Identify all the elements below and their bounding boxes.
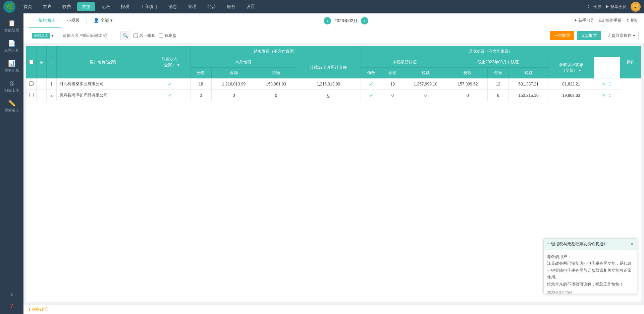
row-fetch-status: ✓ — [149, 78, 191, 90]
arrow-right-icon: › — [364, 18, 365, 23]
row-uncert-count: 6 — [488, 90, 509, 101]
tax-policy-label[interactable]: 税务政策 — [32, 307, 48, 312]
tab-general-taxpayer-label: 一般纳税人 — [34, 17, 56, 23]
checkbox-down-account[interactable]: 名下账套 — [133, 33, 155, 39]
certify-status-filter-icon[interactable]: ▾ — [579, 68, 581, 73]
new-guide-button[interactable]: ✦ 新手引导 — [574, 18, 594, 23]
sidebar-item-scan-upload[interactable]: 🖨 扫描上传 — [1, 77, 22, 96]
chevron-down-icon: ▾ — [110, 18, 113, 23]
notification-content: 尊敬的用户： 江苏政务网已恢复访问电子税务局功能，易代账一键登陆电子税务局与无盘… — [547, 253, 634, 288]
row-certify-status: ✓ — [361, 90, 382, 101]
sidebar-item-invoice-open[interactable]: 📄 发票开具 — [1, 37, 22, 56]
row-detail-button[interactable]: 🗒 — [608, 93, 612, 98]
month-nav: ‹ 2023年02月 › — [324, 17, 368, 24]
invoice-open-icon: 📄 — [8, 40, 15, 47]
nav-management[interactable]: 管理 — [183, 2, 201, 11]
download-icon: ⬇ — [10, 293, 13, 297]
top-nav: 🌿 首页 客户 收费 票据 记账 报税 工商项目 消息 管理 经营 服务 设置 … — [0, 0, 644, 13]
nav-message[interactable]: 消息 — [164, 2, 182, 11]
tab-all[interactable]: 👤 全能 ▾ — [88, 13, 118, 28]
row-actions: ✎ 🗒 — [594, 78, 620, 90]
th-fetch-status: 取票状态（全部） ▾ — [149, 46, 191, 78]
row-index: 2 — [47, 90, 57, 101]
fetch-status-filter-icon[interactable]: ▾ — [177, 63, 179, 67]
nav-bookkeeping[interactable]: 记账 — [97, 2, 115, 11]
row-count: 18 — [190, 78, 211, 90]
sidebar-item-invoice-entry-label: 票据录入 — [4, 108, 19, 113]
notification-header: 一键报税与无盘取票功能恢复通知 ✕ — [544, 239, 637, 250]
nav-tax[interactable]: 报税 — [116, 2, 134, 11]
notification-scroll[interactable]: 尊敬的用户： 江苏政务网已恢复访问电子税务局功能，易代账一键登陆电子税务局与无盘… — [544, 250, 637, 294]
prev-month-button[interactable]: ‹ — [324, 17, 331, 24]
nav-business[interactable]: 工商项目 — [136, 2, 162, 11]
tab-small-scale[interactable]: 小规模 — [61, 13, 85, 28]
vip-button[interactable]: ▶ 畅享会员 — [605, 4, 627, 10]
nav-operation[interactable]: 经营 — [203, 2, 221, 11]
row-edit-button[interactable]: ✎ — [602, 82, 605, 86]
top-right-tools: ⛶ 全屏 ▶ 畅享会员 🐱 — [588, 2, 641, 12]
tab-header-right: ✦ 新手引导 📖 操作手册 ↻ 刷新 — [574, 18, 639, 23]
row-certify-count: 19 — [382, 78, 403, 90]
th-actions: 操作 — [620, 46, 641, 78]
th-tax1: 税额 — [256, 68, 296, 78]
sidebar-item-invoice-entry[interactable]: ✏️ 票据录入 — [1, 97, 22, 116]
th-certify-count: 份数 — [361, 68, 382, 78]
sidebar-download-button[interactable]: ⬇ — [1, 290, 22, 300]
one-key-fetch-button[interactable]: 一键取票 — [550, 31, 574, 40]
nav-invoice[interactable]: 票据 — [77, 2, 95, 11]
no-disk-ops-button[interactable]: 无盘取票操作 ▾ — [604, 31, 639, 40]
th-certify-tax: 税额 — [403, 68, 448, 78]
th-this-month-sales: 本月销项 — [190, 57, 296, 68]
nav-home[interactable]: 首页 — [19, 2, 37, 11]
th-uncert-tax: 税额 — [508, 68, 548, 78]
row-count: 0 — [190, 90, 211, 101]
main-table: ⚙ # 客户名称(全部) 取票状态（全部） ▾ 销项发票（不含作废票） 进项发票… — [26, 46, 641, 101]
nav-customer[interactable]: 客户 — [38, 2, 56, 11]
sidebar-item-invoice-summary-label: 票据汇总 — [4, 68, 19, 73]
row-uncert-count: 12 — [488, 78, 509, 90]
nav-service[interactable]: 服务 — [222, 2, 240, 11]
row-checkbox[interactable] — [26, 78, 37, 90]
invoice-entry-icon: ✏️ — [8, 100, 15, 107]
search-input[interactable] — [60, 31, 120, 40]
has-tax-checkbox[interactable] — [159, 34, 163, 38]
chevron-icon: ▾ — [51, 33, 53, 38]
nav-fee[interactable]: 收费 — [58, 2, 76, 11]
row-edit-button[interactable]: ✎ — [602, 93, 605, 98]
bottom-bar: ℹ 税务政策 — [23, 305, 644, 314]
sidebar-item-smart-fetch[interactable]: 📋 智能取票 — [1, 17, 22, 36]
tab-general-taxpayer[interactable]: 一般纳税人 — [29, 13, 61, 28]
row-certify-status: ✓ — [361, 78, 382, 90]
scan-upload-icon: 🖨 — [9, 80, 15, 87]
th-sales-invoice: 销项发票（不含作废票） — [190, 46, 361, 57]
sidebar-help-button[interactable]: ❓ — [1, 301, 22, 311]
th-certify-amount: 金额 — [382, 68, 403, 78]
fullscreen-button[interactable]: ⛶ 全屏 — [588, 4, 601, 10]
nav-menu: 首页 客户 收费 票据 记账 报税 工商项目 消息 管理 经营 服务 设置 — [19, 2, 588, 11]
avatar[interactable]: 🐱 — [631, 2, 641, 12]
manual-button[interactable]: 📖 操作手册 — [599, 18, 621, 23]
row-certify-tax: 157,399.62 — [448, 78, 487, 90]
arrow-left-icon: ‹ — [327, 18, 328, 23]
search-button[interactable]: 🔍 — [120, 31, 130, 40]
employee-filter[interactable]: 全部员工 ▾ — [29, 31, 56, 40]
next-month-button[interactable]: › — [361, 17, 368, 24]
no-disk-fetch-button[interactable]: 无盘取票 — [577, 31, 601, 40]
th-index: # — [47, 46, 57, 78]
row-uncert-amount: 153,215.10 — [508, 90, 548, 101]
checkbox-has-tax[interactable]: 有税盘 — [159, 33, 176, 39]
row-detail-button[interactable]: 🗒 — [608, 82, 612, 86]
down-account-checkbox[interactable] — [133, 34, 138, 38]
filter-bar: 全部员工 ▾ 🔍 名下账套 有税盘 一键取票 无盘取票 无盘取票操作 ▾ — [23, 28, 644, 43]
th-uncert-count: 份数 — [448, 68, 487, 78]
row-checkbox[interactable] — [26, 90, 37, 101]
refresh-button[interactable]: ↻ 刷新 — [626, 18, 639, 23]
has-tax-label: 有税盘 — [164, 33, 176, 39]
sidebar-item-scan-upload-label: 扫描上传 — [4, 88, 19, 93]
nav-settings[interactable]: 设置 — [241, 2, 260, 11]
smart-fetch-icon: 📋 — [8, 19, 15, 27]
th-this-period-certified: 本税期已认证 — [361, 57, 448, 68]
sidebar-item-invoice-summary[interactable]: 📊 票据汇总 — [1, 57, 22, 76]
notification-close-button[interactable]: ✕ — [630, 242, 634, 247]
select-all-checkbox[interactable] — [29, 60, 34, 64]
